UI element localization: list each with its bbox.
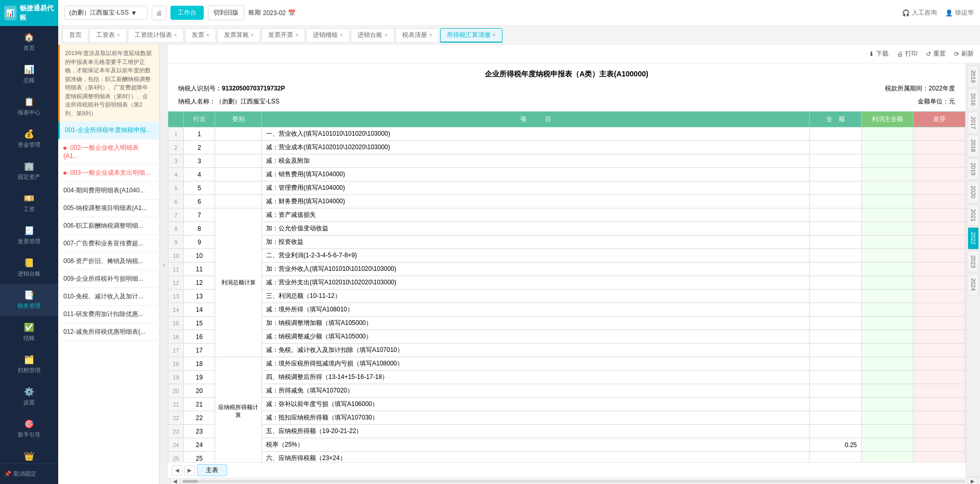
col-f-cell[interactable] xyxy=(913,222,965,236)
year-2021[interactable]: 2021 xyxy=(968,204,979,226)
refresh-button[interactable]: ⟳ 刷新 xyxy=(954,49,974,58)
sidebar-item-funds[interactable]: 💰 资金管理 xyxy=(0,123,58,155)
col-e-cell[interactable] xyxy=(862,317,913,330)
col-a-cell[interactable]: 3 xyxy=(184,154,215,168)
year-2022[interactable]: 2022 xyxy=(968,227,979,249)
col-a-cell[interactable]: 12 xyxy=(184,276,215,290)
tab-tax-list[interactable]: 税表清册 × xyxy=(395,28,439,43)
col-a-cell[interactable]: 19 xyxy=(184,371,215,384)
year-2023[interactable]: 2023 xyxy=(968,251,979,272)
col-d-cell[interactable] xyxy=(810,249,862,263)
next-sheet-button[interactable]: ▶ xyxy=(184,465,195,476)
col-f-cell[interactable] xyxy=(913,398,965,411)
company-selector[interactable]: (勿删）江西服宝-LSS ▼ xyxy=(64,6,148,20)
col-c-cell[interactable]: 二、营业利润(1-2-3-4-5-6-7-8+9) xyxy=(262,249,810,263)
tab-income-tax[interactable]: 所得税汇算清缴 × xyxy=(440,28,502,43)
tab-invoice-calc[interactable]: 发票算账 × xyxy=(217,28,261,43)
col-e-cell[interactable] xyxy=(862,168,913,181)
sidebar-item-archive[interactable]: 🗂️ 归档管理 xyxy=(0,348,58,381)
panel-item-002[interactable]: 002-一般企业收入明细表(A1... xyxy=(58,139,159,164)
col-d-cell[interactable] xyxy=(810,222,862,236)
col-d-cell[interactable] xyxy=(810,344,862,357)
year-2019-a[interactable]: 2019 xyxy=(968,66,979,87)
col-a-cell[interactable]: 1 xyxy=(184,127,215,141)
col-d-cell[interactable] xyxy=(810,181,862,195)
col-c-cell[interactable]: 三、利润总额（10-11-12） xyxy=(262,290,810,303)
sidebar-item-trade[interactable]: 📒 进销台账 xyxy=(0,252,58,284)
col-c-cell[interactable]: 减：弥补以前年度亏损（填写A106000） xyxy=(262,398,810,411)
col-a-cell[interactable]: 2 xyxy=(184,141,215,154)
col-f-cell[interactable] xyxy=(913,208,965,222)
col-e-cell[interactable] xyxy=(862,344,913,357)
col-a-cell[interactable]: 17 xyxy=(184,344,215,357)
col-e-cell[interactable] xyxy=(862,357,913,371)
close-icon[interactable]: × xyxy=(340,32,343,38)
main-sheet-tab[interactable]: 主表 xyxy=(197,464,227,476)
col-d-cell[interactable] xyxy=(810,168,862,181)
col-f-cell[interactable] xyxy=(913,330,965,344)
col-f-cell[interactable] xyxy=(913,276,965,290)
col-a-cell[interactable]: 18 xyxy=(184,357,215,371)
col-a-cell[interactable]: 21 xyxy=(184,398,215,411)
close-icon[interactable]: × xyxy=(251,32,254,38)
panel-item-010[interactable]: 010-免税、减计收入及加计... xyxy=(58,288,159,306)
col-f-cell[interactable] xyxy=(913,357,965,371)
close-icon[interactable]: × xyxy=(117,32,120,38)
collapse-panel-button[interactable]: ‹ xyxy=(160,45,168,484)
col-f-cell[interactable] xyxy=(913,371,965,384)
col-d-cell[interactable] xyxy=(810,290,862,303)
col-c-cell[interactable]: 减：境外应税所得抵减境内亏损（填写A108000） xyxy=(262,357,810,371)
col-e-cell[interactable] xyxy=(862,384,913,398)
col-e-cell[interactable] xyxy=(862,263,913,276)
scroll-right-button[interactable]: ▶ xyxy=(968,476,978,485)
col-c-cell[interactable]: 减：管理费用(填写A104000) xyxy=(262,181,810,195)
col-e-cell[interactable] xyxy=(862,425,913,438)
switch-version-button[interactable]: 切到旧版 xyxy=(208,5,244,20)
col-e-cell[interactable] xyxy=(862,330,913,344)
col-d-cell[interactable] xyxy=(810,141,862,154)
year-2018[interactable]: 2018 xyxy=(968,135,979,156)
year-2020[interactable]: 2020 xyxy=(968,181,979,203)
col-c-cell[interactable]: 加：公允价值变动收益 xyxy=(262,222,810,236)
col-e-cell[interactable] xyxy=(862,222,913,236)
col-e-cell[interactable] xyxy=(862,249,913,263)
col-a-cell[interactable]: 11 xyxy=(184,263,215,276)
col-f-cell[interactable] xyxy=(913,344,965,357)
year-2019-b[interactable]: 2019 xyxy=(968,158,979,180)
col-c-cell[interactable]: 五、应纳税所得额（19-20-21-22） xyxy=(262,425,810,438)
col-d-cell[interactable] xyxy=(810,127,862,141)
panel-item-005[interactable]: 005-纳税调整项目明细表(A1... xyxy=(58,200,159,217)
col-f-cell[interactable] xyxy=(913,127,965,141)
col-a-cell[interactable]: 24 xyxy=(184,438,215,452)
col-d-cell[interactable] xyxy=(810,263,862,276)
print-icon-button[interactable]: 🖨 xyxy=(152,6,166,20)
sidebar-item-settings[interactable]: ⚙️ 设置 xyxy=(0,381,58,413)
tab-invoice-open[interactable]: 发票开票 × xyxy=(261,28,305,43)
horizontal-scrollbar[interactable]: ◀ ▶ xyxy=(168,478,980,484)
col-c-cell[interactable]: 税率（25%） xyxy=(262,438,810,452)
close-icon[interactable]: × xyxy=(295,32,298,38)
col-f-cell[interactable] xyxy=(913,290,965,303)
col-e-cell[interactable] xyxy=(862,438,913,452)
tab-home[interactable]: 首页 xyxy=(62,28,88,43)
panel-item-011[interactable]: 011-研发费用加计扣除优惠... xyxy=(58,306,159,323)
col-e-cell[interactable] xyxy=(862,276,913,290)
close-icon[interactable]: × xyxy=(206,32,209,38)
col-f-cell[interactable] xyxy=(913,236,965,249)
col-d-cell[interactable] xyxy=(810,357,862,371)
col-c-cell[interactable]: 减：抵扣应纳税所得额（填写A107030） xyxy=(262,411,810,425)
col-e-cell[interactable] xyxy=(862,141,913,154)
col-a-cell[interactable]: 7 xyxy=(184,208,215,222)
sidebar-item-ledger[interactable]: 📊 总账 xyxy=(0,58,58,90)
col-a-cell[interactable]: 13 xyxy=(184,290,215,303)
col-f-cell[interactable] xyxy=(913,425,965,438)
col-c-cell[interactable]: 减：财务费用(填写A104000) xyxy=(262,195,810,208)
col-c-cell[interactable]: 减：营业外支出(填写A102010\102020\103000) xyxy=(262,276,810,290)
col-d-cell[interactable] xyxy=(810,195,862,208)
col-c-cell[interactable]: 减：境外所得（填写A108010） xyxy=(262,303,810,317)
col-f-cell[interactable] xyxy=(913,411,965,425)
close-icon[interactable]: × xyxy=(174,32,177,38)
sidebar-item-salary[interactable]: 💴 工资 xyxy=(0,187,58,219)
col-d-cell[interactable] xyxy=(810,330,862,344)
col-e-cell[interactable] xyxy=(862,303,913,317)
